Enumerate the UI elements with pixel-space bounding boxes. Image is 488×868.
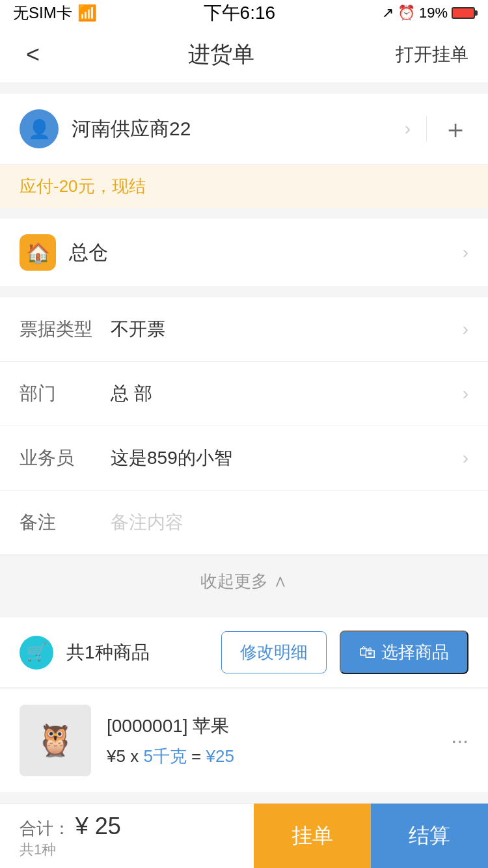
product-name: [0000001] 苹果 — [107, 714, 435, 739]
checkout-button[interactable]: 结算 — [371, 804, 488, 869]
status-time: 下午6:16 — [204, 1, 276, 25]
invoice-chevron: › — [463, 319, 468, 340]
department-label: 部门 — [20, 381, 111, 406]
add-button[interactable]: ＋ — [442, 111, 468, 147]
warehouse-section: 🏠 总仓 › — [0, 219, 488, 287]
supplier-chevron: › — [405, 118, 411, 139]
page-title: 进货单 — [188, 40, 254, 70]
battery-icon — [452, 7, 475, 19]
supplier-row[interactable]: 👤 河南供应商22 › ＋ — [0, 94, 488, 165]
product-thumbnail: 🦉 — [20, 705, 91, 776]
salesperson-value: 这是859的小智 — [111, 446, 456, 470]
product-info: [0000001] 苹果 ¥5 x 5千克 = ¥25 — [107, 714, 435, 768]
gap-1 — [0, 83, 488, 94]
product-header: 🛒 共1种商品 修改明细 🛍 选择商品 — [0, 617, 488, 688]
gap-3 — [0, 287, 488, 297]
notice-banner: 应付-20元，现结 — [0, 165, 488, 208]
supplier-avatar: 👤 — [20, 109, 59, 148]
department-value: 总 部 — [111, 381, 456, 406]
remarks-placeholder[interactable]: 备注内容 — [111, 510, 183, 535]
product-code: [0000001] 苹果 — [107, 716, 229, 736]
back-button[interactable]: < — [20, 34, 46, 75]
remarks-row[interactable]: 备注 备注内容 — [0, 491, 488, 555]
supplier-divider — [426, 116, 427, 142]
wifi-icon: 📶 — [77, 4, 97, 22]
open-hang-button[interactable]: 打开挂单 — [396, 42, 468, 67]
product-item: 🦉 [0000001] 苹果 ¥5 x 5千克 = ¥25 ··· — [0, 689, 488, 792]
warehouse-icon-symbol: 🏠 — [26, 241, 50, 264]
total-amount: ¥ 25 — [75, 813, 121, 839]
invoice-type-label: 票据类型 — [20, 317, 111, 342]
product-icon-symbol: 🛒 — [26, 642, 47, 662]
department-row[interactable]: 部门 总 部 › — [0, 362, 488, 426]
product-unit-price: ¥5 x — [107, 746, 143, 766]
product-count-icon: 🛒 — [20, 636, 53, 670]
warehouse-name: 总仓 — [69, 239, 456, 266]
warehouse-chevron: › — [463, 242, 468, 263]
warehouse-row[interactable]: 🏠 总仓 › — [0, 219, 488, 287]
select-product-button[interactable]: 🛍 选择商品 — [340, 631, 468, 674]
bottom-bar: 合计： ¥ 25 共1种 挂单 结算 — [0, 803, 488, 868]
total-sub: 共1种 — [20, 840, 234, 860]
product-price: ¥5 x 5千克 = ¥25 — [107, 745, 435, 768]
nav-bar: < 进货单 打开挂单 — [0, 26, 488, 83]
location-icon: ↗ — [382, 5, 394, 21]
total-section: 合计： ¥ 25 共1种 — [0, 813, 254, 860]
department-chevron: › — [463, 383, 468, 404]
select-product-label: 选择商品 — [381, 641, 449, 664]
gap-2 — [0, 208, 488, 219]
product-more-button[interactable]: ··· — [451, 729, 468, 753]
invoice-type-row[interactable]: 票据类型 不开票 › — [0, 297, 488, 362]
supplier-name: 河南供应商22 — [72, 116, 398, 142]
form-section: 票据类型 不开票 › 部门 总 部 › 业务员 这是859的小智 › 备注 备注… — [0, 297, 488, 607]
salesperson-chevron: › — [463, 448, 468, 468]
supplier-section: 👤 河南供应商22 › ＋ 应付-20元，现结 — [0, 94, 488, 208]
collapse-bar[interactable]: 收起更多 ∧ — [0, 555, 488, 607]
salesperson-row[interactable]: 业务员 这是859的小智 › — [0, 426, 488, 491]
edit-detail-button[interactable]: 修改明细 — [221, 631, 327, 673]
product-qty: 5千克 — [143, 746, 186, 766]
total-label: 合计： — [20, 819, 70, 838]
remarks-label: 备注 — [20, 510, 111, 535]
collapse-label: 收起更多 ∧ — [200, 570, 287, 593]
avatar-icon: 👤 — [28, 118, 51, 140]
product-equals: = — [191, 746, 206, 766]
notice-text: 应付-20元，现结 — [20, 176, 146, 196]
status-right: ↗ ⏰ 19% — [382, 5, 475, 21]
status-left: 无SIM卡 📶 — [13, 3, 97, 23]
select-product-icon: 🛍 — [359, 642, 376, 662]
gap-4 — [0, 607, 488, 617]
product-thumb-icon: 🦉 — [36, 722, 75, 759]
salesperson-label: 业务员 — [20, 446, 111, 470]
carrier-text: 无SIM卡 — [13, 3, 72, 23]
invoice-type-value: 不开票 — [111, 317, 456, 342]
battery-percent: 19% — [419, 5, 448, 21]
product-count-text: 共1种商品 — [66, 640, 208, 665]
product-total: ¥25 — [206, 746, 234, 766]
hang-button[interactable]: 挂单 — [254, 804, 371, 869]
status-bar: 无SIM卡 📶 下午6:16 ↗ ⏰ 19% — [0, 0, 488, 26]
warehouse-icon: 🏠 — [20, 234, 56, 271]
alarm-icon: ⏰ — [398, 5, 415, 21]
